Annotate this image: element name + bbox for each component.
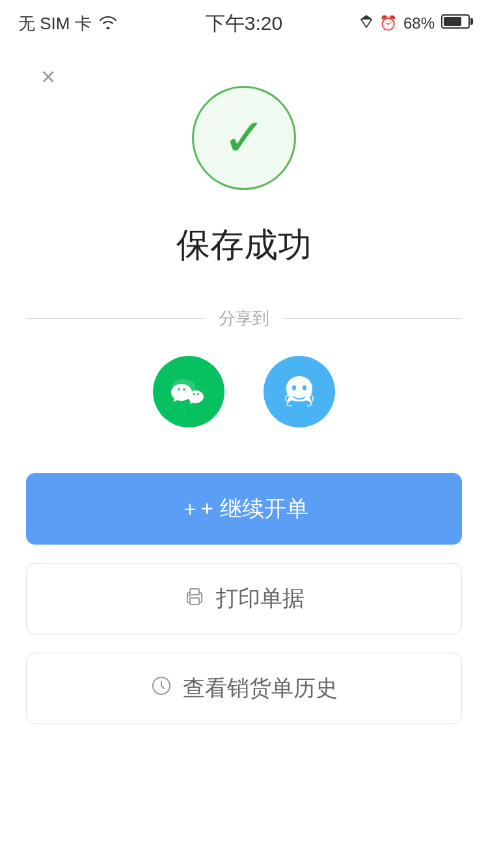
print-button[interactable]: 打印单据 xyxy=(26,563,462,634)
divider-right xyxy=(282,318,462,319)
svg-point-6 xyxy=(189,595,191,597)
success-icon-circle: ✓ xyxy=(192,86,296,190)
page-content: ✓ 保存成功 分享到 xyxy=(0,47,488,724)
print-label: 打印单据 xyxy=(216,584,305,614)
svg-rect-4 xyxy=(190,589,199,595)
print-icon xyxy=(183,585,206,612)
divider-left xyxy=(26,318,206,319)
close-icon: × xyxy=(41,64,55,89)
svg-rect-5 xyxy=(190,598,199,604)
status-right: ⏰ 68% xyxy=(360,14,470,33)
continue-label: + 继续开单 xyxy=(200,494,308,524)
status-left: 无 SIM 卡 xyxy=(18,12,118,35)
battery-icon xyxy=(441,14,470,33)
share-divider: 分享到 xyxy=(26,307,462,330)
history-label: 查看销货单历史 xyxy=(183,673,338,703)
time-display: 下午3:20 xyxy=(206,10,282,37)
checkmark-icon: ✓ xyxy=(223,112,266,164)
close-button[interactable]: × xyxy=(29,57,68,96)
battery-percent: 68% xyxy=(403,14,435,33)
history-icon xyxy=(150,675,172,702)
location-icon xyxy=(360,14,373,33)
wechat-icon xyxy=(168,371,210,413)
qq-icon xyxy=(278,371,320,413)
history-button[interactable]: 查看销货单历史 xyxy=(26,653,462,724)
share-wechat-button[interactable] xyxy=(153,356,224,427)
alarm-icon: ⏰ xyxy=(379,15,397,32)
success-title: 保存成功 xyxy=(176,223,312,268)
continue-button[interactable]: ＋ + 继续开单 xyxy=(26,473,462,545)
carrier-text: 无 SIM 卡 xyxy=(18,12,92,35)
wifi-icon xyxy=(98,14,118,34)
share-icons-row xyxy=(153,356,335,427)
share-qq-button[interactable] xyxy=(264,356,335,427)
status-bar: 无 SIM 卡 下午3:20 ⏰ 68% xyxy=(0,0,488,47)
svg-point-2 xyxy=(303,385,306,390)
share-label: 分享到 xyxy=(219,307,269,330)
plus-icon: ＋ xyxy=(180,495,200,523)
svg-point-1 xyxy=(292,385,296,390)
action-buttons: ＋ + 继续开单 打印单据 查看销货单历 xyxy=(26,473,462,724)
